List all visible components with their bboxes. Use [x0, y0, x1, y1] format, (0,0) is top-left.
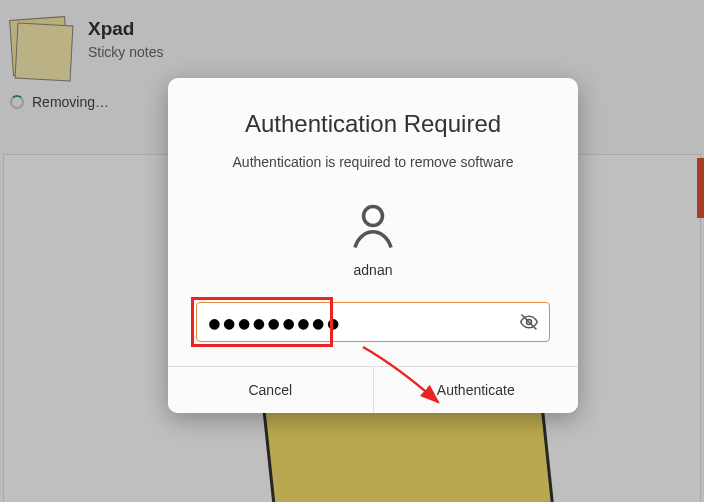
- dialog-message: Authentication is required to remove sof…: [196, 154, 550, 170]
- password-field-wrap: [196, 302, 550, 342]
- svg-point-0: [364, 207, 383, 226]
- password-input[interactable]: [197, 303, 509, 341]
- authenticate-button[interactable]: Authenticate: [373, 367, 579, 413]
- cancel-button[interactable]: Cancel: [168, 367, 373, 413]
- dialog-buttons: Cancel Authenticate: [168, 366, 578, 413]
- auth-dialog: Authentication Required Authentication i…: [168, 78, 578, 413]
- dialog-title: Authentication Required: [196, 110, 550, 138]
- user-name: adnan: [196, 262, 550, 278]
- toggle-visibility-button[interactable]: [509, 302, 549, 342]
- eye-off-icon: [519, 312, 539, 332]
- user-icon: [196, 198, 550, 252]
